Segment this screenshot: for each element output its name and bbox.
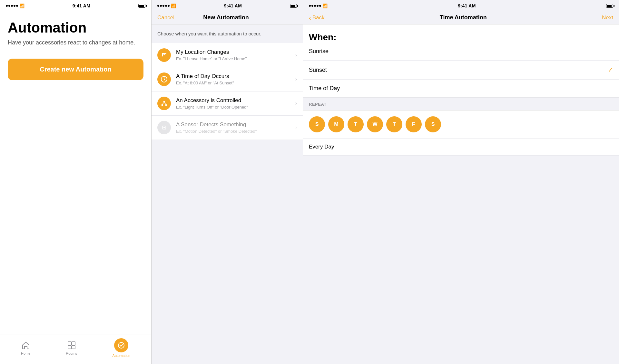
accessory-sub: Ex. "Light Turns On" or "Door Opened" (176, 105, 293, 110)
svg-point-4 (118, 342, 124, 348)
accessory-icon (157, 97, 171, 110)
create-automation-button[interactable]: Create new Automation (8, 59, 143, 80)
repeat-section-header: REPEAT (303, 98, 619, 110)
back-label: Back (312, 14, 325, 21)
status-bar-1: 📶 9:41 AM (0, 0, 151, 11)
svg-rect-0 (68, 342, 71, 345)
battery-area-1 (138, 4, 145, 8)
tab-automation[interactable]: Automation (113, 338, 131, 358)
battery-area-3 (606, 4, 613, 8)
tab-home[interactable]: Home (21, 340, 31, 355)
svg-line-10 (162, 102, 164, 104)
wifi-icon: 📶 (19, 4, 25, 8)
next-button[interactable]: Next (602, 14, 613, 21)
days-row: S M T W T F S (303, 110, 619, 139)
battery-icon-1 (138, 4, 145, 8)
automation-title: Automation (8, 20, 143, 35)
when-row-sunrise[interactable]: Sunrise (303, 43, 619, 61)
tab-home-label: Home (21, 351, 30, 355)
when-row-sunset[interactable]: Sunset ✓ (303, 61, 619, 80)
back-button[interactable]: ‹ Back (309, 14, 324, 21)
sunset-check-icon: ✓ (608, 66, 613, 74)
tab-automation-label: Automation (113, 354, 131, 358)
screen3-empty-area (303, 156, 619, 364)
back-chevron-icon: ‹ (309, 14, 311, 21)
sunset-label: Sunset (309, 67, 327, 73)
sensor-icon (157, 121, 171, 134)
time-chevron: › (295, 76, 297, 82)
home-icon (21, 340, 31, 350)
repeat-label: REPEAT (309, 102, 327, 107)
when-row-timeofday[interactable]: Time of Day (303, 80, 619, 98)
screen1-empty-area (8, 80, 143, 334)
time-main: A Time of Day Occurs (176, 73, 293, 80)
sensor-sub: Ex. "Motion Detected" or "Smoke Detected… (176, 129, 293, 134)
location-icon (157, 48, 171, 62)
nav-bar-3: ‹ Back Time Automation Next (303, 11, 619, 24)
time-menu-text: A Time of Day Occurs Ex. "At 8:00 AM" or… (176, 73, 293, 85)
signal-dots-3 (309, 5, 321, 7)
svg-line-11 (164, 102, 166, 104)
screen-1: 📶 9:41 AM Automation Have your accessori… (0, 0, 152, 364)
day-friday[interactable]: F (406, 116, 422, 132)
menu-item-sensor: A Sensor Detects Something Ex. "Motion D… (152, 116, 303, 140)
location-menu-text: My Location Changes Ex. "I Leave Home" o… (176, 49, 293, 61)
sensor-chevron: › (295, 125, 297, 130)
clock-icon (157, 72, 171, 86)
menu-item-time[interactable]: A Time of Day Occurs Ex. "At 8:00 AM" or… (152, 67, 303, 91)
cancel-button[interactable]: Cancel (157, 14, 174, 21)
sensor-main: A Sensor Detects Something (176, 121, 293, 128)
screen1-content: Automation Have your accessories react t… (0, 11, 151, 334)
rooms-icon (67, 340, 76, 350)
time-sub: Ex. "At 8:00 AM" or "At Sunset" (176, 81, 293, 85)
tab-bar: Home Rooms Automation (0, 334, 151, 364)
location-chevron: › (295, 52, 297, 58)
when-section: When: (303, 24, 619, 43)
accessory-main: An Accessory is Controlled (176, 97, 293, 104)
status-time-3: 9:41 AM (458, 3, 476, 8)
battery-area-2 (290, 4, 297, 8)
battery-icon-2 (290, 4, 297, 8)
choose-text: Choose when you want this automation to … (157, 30, 297, 37)
day-sunday[interactable]: S (309, 116, 325, 132)
screen2-empty-area (152, 140, 303, 364)
choose-text-section: Choose when you want this automation to … (152, 24, 303, 43)
tab-rooms[interactable]: Rooms (66, 340, 77, 355)
when-options: Sunrise Sunset ✓ Time of Day (303, 43, 619, 98)
status-time-2: 9:41 AM (224, 3, 242, 8)
location-main: My Location Changes (176, 49, 293, 55)
timeofday-label: Time of Day (309, 85, 340, 92)
svg-rect-2 (68, 346, 71, 349)
day-tuesday[interactable]: T (348, 116, 364, 132)
status-bar-2: 📶 9:41 AM (152, 0, 303, 11)
svg-point-9 (165, 104, 167, 106)
nav-bar-2: Cancel New Automation (152, 11, 303, 24)
svg-rect-3 (72, 346, 75, 349)
signal-area: 📶 (6, 4, 25, 8)
nav-title-3: Time Automation (440, 14, 487, 21)
wifi-icon-2: 📶 (171, 4, 176, 8)
tab-rooms-label: Rooms (66, 351, 77, 355)
accessory-chevron: › (295, 101, 297, 106)
svg-point-8 (162, 104, 163, 106)
automation-subtitle: Have your accessories react to changes a… (8, 39, 143, 47)
wifi-icon-3: 📶 (322, 4, 328, 8)
status-bar-3: 📶 9:41 AM (303, 0, 619, 11)
sunrise-label: Sunrise (309, 48, 329, 55)
day-thursday[interactable]: T (386, 116, 402, 132)
svg-rect-1 (72, 342, 75, 345)
signal-dots-2 (157, 5, 170, 7)
menu-item-location[interactable]: My Location Changes Ex. "I Leave Home" o… (152, 43, 303, 67)
svg-point-7 (163, 101, 165, 103)
every-day-label: Every Day (309, 144, 334, 150)
every-day-row: Every Day (303, 139, 619, 156)
location-sub: Ex. "I Leave Home" or "I Arrive Home" (176, 56, 293, 61)
menu-list: My Location Changes Ex. "I Leave Home" o… (152, 43, 303, 364)
day-monday[interactable]: M (328, 116, 344, 132)
automation-active-circle (114, 338, 128, 352)
day-saturday[interactable]: S (425, 116, 441, 132)
nav-title-2: New Automation (203, 14, 249, 21)
accessory-menu-text: An Accessory is Controlled Ex. "Light Tu… (176, 97, 293, 110)
day-wednesday[interactable]: W (367, 116, 383, 132)
menu-item-accessory[interactable]: An Accessory is Controlled Ex. "Light Tu… (152, 91, 303, 116)
